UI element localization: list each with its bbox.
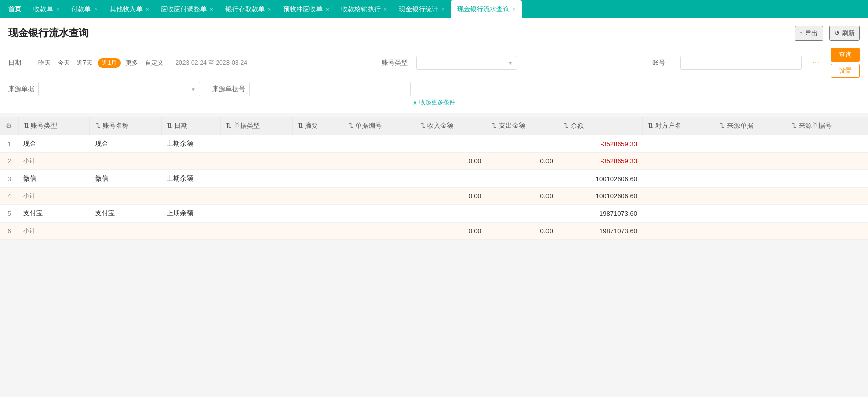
cell-doc-type (220, 205, 292, 223)
date-option-1month[interactable]: 近1月 (98, 58, 121, 68)
close-tab-icon[interactable]: × (326, 6, 329, 12)
col-income-label: ⇅ 收入金额 (420, 122, 454, 129)
close-tab-icon[interactable]: × (384, 6, 387, 12)
nav-tab-bank-deposit[interactable]: 银行存取款单× (219, 0, 277, 18)
cell-balance: -3528659.33 (558, 135, 643, 153)
source-doc-num-input[interactable] (249, 82, 411, 96)
cell-source-doc-num (786, 135, 868, 153)
source-doc-num-filter: 来源单据号 (212, 82, 411, 96)
cell-account-name: 支付宝 (90, 205, 162, 223)
col-source-doc-num: ⇅ 来源单据号 (786, 117, 868, 135)
cell-date (162, 188, 221, 205)
close-tab-icon[interactable]: × (268, 6, 271, 12)
nav-tab-cash-flow[interactable]: 现金银行流水查询× (451, 0, 522, 18)
source-doc-label: 来源单据 (8, 84, 34, 94)
refresh-button[interactable]: ↺ 刷新 (829, 26, 860, 41)
close-tab-icon[interactable]: × (441, 6, 444, 12)
close-tab-icon[interactable]: × (94, 6, 97, 12)
collapse-bar[interactable]: ∧ 收起更多条件 (8, 96, 860, 108)
cell-balance: 19871073.60 (558, 223, 643, 240)
table-header-row: ⚙ ⇅ 账号类型 ⇅ 账号名称 ⇅ 日期 ⇅ 单据类型 ⇅ 摘要 (0, 117, 868, 135)
cell-source-doc (714, 153, 786, 170)
cell-counterparty (643, 135, 714, 153)
col-counterparty: ⇅ 对方户名 (643, 117, 714, 135)
cell-source-doc (714, 135, 786, 153)
cell-balance: 100102606.60 (558, 188, 643, 205)
export-label: 导出 (805, 29, 818, 38)
cell-expense: 0.00 (486, 223, 558, 240)
cell-doc-type (220, 170, 292, 188)
close-tab-icon[interactable]: × (146, 6, 149, 12)
account-label: 账号 (652, 58, 672, 67)
cell-doc-type (220, 188, 292, 205)
cell-expense: 0.00 (486, 153, 558, 170)
cell-income: 0.00 (415, 223, 486, 240)
nav-tab-advance[interactable]: 预收冲应收单× (277, 0, 335, 18)
cell-balance: -3528659.33 (558, 153, 643, 170)
cell-source-doc (714, 170, 786, 188)
col-account-type: ⇅ 账号类型 (18, 117, 90, 135)
cell-summary (292, 170, 343, 188)
table-header: ⚙ ⇅ 账号类型 ⇅ 账号名称 ⇅ 日期 ⇅ 单据类型 ⇅ 摘要 (0, 117, 868, 135)
cell-summary (292, 153, 343, 170)
nav-tab-collection[interactable]: 收款核销执行× (335, 0, 393, 18)
table-row: 3微信微信上期余额100102606.60 (0, 170, 868, 188)
cell-account-name: 微信 (90, 170, 162, 188)
cell-account-type: 微信 (18, 170, 90, 188)
date-option-custom[interactable]: 自定义 (143, 58, 165, 68)
cell-account-name (90, 153, 162, 170)
col-date: ⇅ 日期 (162, 117, 221, 135)
header-actions: ↑ 导出 ↺ 刷新 (795, 26, 860, 41)
col-source-doc-label: ⇅ 来源单据 (719, 122, 753, 129)
date-option-today[interactable]: 今天 (56, 58, 72, 68)
refresh-label: 刷新 (842, 29, 855, 38)
row-num: 4 (0, 188, 18, 205)
table-row: 4小计0.000.00100102606.60 (0, 188, 868, 205)
source-doc-select[interactable]: ▼ (38, 82, 200, 96)
col-doc-num: ⇅ 单据编号 (343, 117, 415, 135)
cell-account-name (90, 223, 162, 240)
nav-tab-receipt[interactable]: 收款单× (27, 0, 65, 18)
date-option-7days[interactable]: 近7天 (75, 58, 95, 68)
close-tab-icon[interactable]: × (513, 6, 516, 12)
account-dots-button[interactable]: ··· (810, 57, 823, 68)
close-tab-icon[interactable]: × (210, 6, 213, 12)
table-row: 1现金现金上期余额-3528659.33 (0, 135, 868, 153)
cell-doc-num (343, 170, 415, 188)
source-doc-filter: 来源单据 ▼ (8, 82, 200, 96)
query-button[interactable]: 查询 (831, 48, 860, 62)
cell-account-type: 小计 (18, 188, 90, 205)
cell-account-name: 现金 (90, 135, 162, 153)
cell-source-doc-num (786, 153, 868, 170)
col-date-label: ⇅ 日期 (167, 122, 188, 129)
col-source-doc: ⇅ 来源单据 (714, 117, 786, 135)
cell-expense: 0.00 (486, 188, 558, 205)
col-doc-type-label: ⇅ 单据类型 (226, 122, 260, 129)
gear-icon[interactable]: ⚙ (6, 122, 12, 130)
nav-tab-payment[interactable]: 付款单× (65, 0, 103, 18)
cell-source-doc (714, 223, 786, 240)
cell-income: 0.00 (415, 188, 486, 205)
cell-doc-num (343, 205, 415, 223)
account-select[interactable] (680, 56, 802, 70)
date-option-yesterday[interactable]: 昨天 (36, 58, 53, 68)
cell-account-type: 小计 (18, 153, 90, 170)
nav-tab-other-income[interactable]: 其他收入单× (104, 0, 155, 18)
cell-source-doc-num (786, 205, 868, 223)
date-range: 2023-02-24 至 2023-03-24 (175, 59, 247, 67)
col-expense-label: ⇅ 支出金额 (491, 122, 525, 129)
col-settings: ⚙ (0, 117, 18, 135)
date-options: 昨天今天近7天近1月更多自定义 (36, 58, 165, 68)
cell-date (162, 223, 221, 240)
close-tab-icon[interactable]: × (56, 6, 59, 12)
cell-counterparty (643, 153, 714, 170)
settings-button[interactable]: 设置 (831, 64, 860, 78)
account-type-select[interactable]: ▼ (416, 56, 517, 70)
col-expense: ⇅ 支出金额 (486, 117, 558, 135)
date-option-more[interactable]: 更多 (124, 58, 140, 68)
nav-tab-cash-stat[interactable]: 现金银行统计× (393, 0, 450, 18)
nav-tab-adjust[interactable]: 应收应付调整单× (155, 0, 219, 18)
source-doc-arrow-icon: ▼ (191, 86, 196, 92)
export-button[interactable]: ↑ 导出 (795, 26, 824, 41)
nav-tab-home[interactable]: 首页 (2, 0, 27, 18)
